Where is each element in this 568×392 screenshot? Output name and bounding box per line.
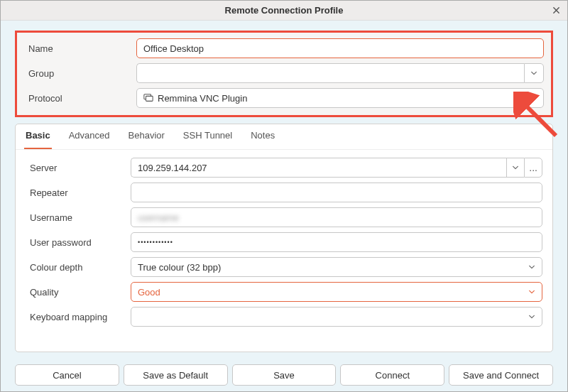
monitor-icon: [143, 93, 153, 103]
server-more-button[interactable]: ...: [524, 158, 542, 178]
cancel-button[interactable]: Cancel: [15, 364, 119, 386]
chevron-down-icon: [528, 313, 535, 320]
repeater-input[interactable]: [131, 183, 542, 202]
save-connect-button[interactable]: Save and Connect: [449, 364, 553, 386]
chevron-down-icon: [530, 94, 537, 102]
protocol-select[interactable]: Remmina VNC Plugin: [136, 88, 544, 108]
password-label: User password: [26, 237, 131, 248]
keymap-label: Keyboard mapping: [26, 312, 131, 322]
colordepth-value: True colour (32 bpp): [138, 262, 221, 273]
server-row: Server ...: [26, 158, 542, 178]
chevron-down-icon: [528, 288, 535, 295]
colordepth-label: Colour depth: [26, 262, 131, 273]
username-value: username: [138, 212, 179, 223]
colordepth-select[interactable]: True colour (32 bpp): [131, 257, 542, 277]
server-dropdown-button[interactable]: [506, 158, 525, 178]
server-label: Server: [26, 163, 131, 173]
group-label: Group: [24, 68, 136, 79]
connect-button[interactable]: Connect: [340, 364, 444, 386]
chevron-down-icon: [530, 70, 537, 77]
chevron-down-icon: [528, 263, 535, 271]
name-label: Name: [24, 43, 136, 54]
username-row: Username username: [26, 207, 542, 227]
svg-rect-1: [146, 96, 153, 101]
group-row: Group: [24, 63, 544, 83]
tab-notes[interactable]: Notes: [249, 124, 276, 149]
save-button[interactable]: Save: [232, 364, 337, 386]
window: Remote Connection Profile Name Group: [0, 0, 568, 392]
chevron-down-icon: [512, 164, 519, 171]
name-row: Name: [24, 38, 544, 58]
password-input[interactable]: ••••••••••••: [131, 232, 542, 252]
password-row: User password ••••••••••••: [26, 232, 542, 252]
basic-form: Server ... Repeater Username userna: [16, 150, 552, 352]
keymap-select[interactable]: [131, 307, 542, 327]
protocol-row: Protocol Remmina VNC Plugin: [24, 88, 544, 108]
repeater-label: Repeater: [26, 187, 131, 198]
protocol-label: Protocol: [24, 93, 136, 104]
group-input[interactable]: [136, 63, 524, 83]
quality-value: Good: [138, 287, 160, 298]
server-input[interactable]: [131, 158, 506, 178]
content: Name Group Protocol: [1, 21, 567, 358]
save-default-button[interactable]: Save as Default: [124, 364, 228, 386]
name-input[interactable]: [136, 38, 544, 58]
quality-select[interactable]: Good: [131, 282, 542, 302]
repeater-row: Repeater: [26, 183, 542, 202]
profile-header-box: Name Group Protocol: [15, 31, 553, 117]
button-bar: Cancel Save as Default Save Connect Save…: [15, 364, 553, 386]
titlebar: Remote Connection Profile: [1, 1, 567, 21]
group-dropdown-button[interactable]: [524, 63, 544, 83]
tab-behavior[interactable]: Behavior: [127, 124, 166, 149]
protocol-value: Remmina VNC Plugin: [158, 93, 247, 104]
password-value: ••••••••••••: [138, 239, 173, 246]
tab-basic[interactable]: Basic: [24, 124, 52, 149]
window-title: Remote Connection Profile: [225, 5, 344, 16]
tab-ssh-tunnel[interactable]: SSH Tunnel: [182, 124, 234, 149]
settings-panel: Basic Advanced Behavior SSH Tunnel Notes…: [15, 124, 553, 352]
username-input[interactable]: username: [131, 207, 542, 227]
quality-row: Quality Good: [26, 282, 542, 302]
colordepth-row: Colour depth True colour (32 bpp): [26, 257, 542, 277]
close-icon[interactable]: [549, 4, 563, 18]
tabs: Basic Advanced Behavior SSH Tunnel Notes: [16, 124, 552, 150]
keymap-row: Keyboard mapping: [26, 307, 542, 327]
tab-advanced[interactable]: Advanced: [67, 124, 111, 149]
quality-label: Quality: [26, 287, 131, 298]
username-label: Username: [26, 212, 131, 223]
